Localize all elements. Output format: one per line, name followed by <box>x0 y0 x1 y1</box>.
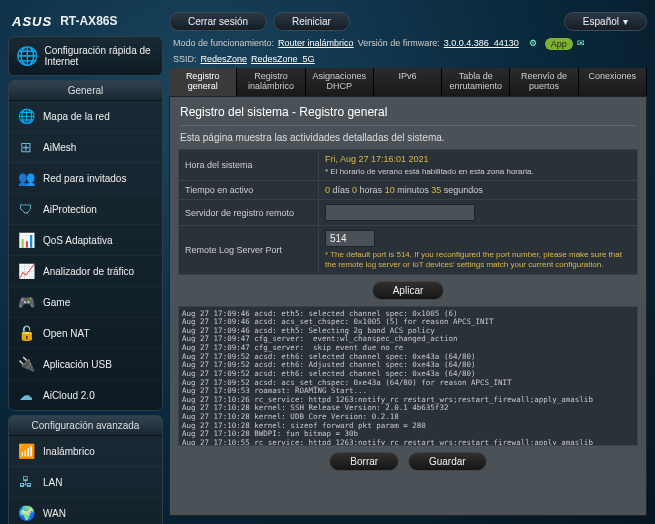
sidebar-item-label: AiMesh <box>43 142 76 153</box>
clear-button[interactable]: Borrar <box>329 452 399 471</box>
sidebar-item-qis[interactable]: 🌐 Configuración rápida de Internet <box>9 37 162 75</box>
menu-icon: 🖧 <box>15 471 37 493</box>
sidebar-item[interactable]: 📶Inalámbrico <box>9 436 162 466</box>
tab[interactable]: Registro general <box>169 68 237 96</box>
globe-icon: 🌐 <box>15 41 38 71</box>
reboot-button[interactable]: Reiniciar <box>273 12 350 31</box>
language-selector[interactable]: Español ▾ <box>564 12 647 31</box>
app-badge[interactable]: App <box>545 38 573 50</box>
tab[interactable]: IPv6 <box>374 68 442 96</box>
system-log-textarea[interactable]: Aug 27 17:09:46 acsd: eth5: selected cha… <box>178 306 638 446</box>
apply-button[interactable]: Aplicar <box>372 281 445 300</box>
mail-icon[interactable]: ✉ <box>577 38 585 50</box>
sidebar-item-label: AiProtection <box>43 204 97 215</box>
op-mode-value[interactable]: Router inalámbrico <box>278 38 354 50</box>
sidebar-item-label: Game <box>43 297 70 308</box>
remote-log-server-label: Servidor de registro remoto <box>179 200 319 226</box>
tab[interactable]: Reenvío de puertos <box>510 68 578 96</box>
sidebar-item-label: Red para invitados <box>43 173 126 184</box>
brand-logo: ASUS <box>12 14 52 29</box>
menu-icon: 🌐 <box>15 105 37 127</box>
sidebar-item-label: AiCloud 2.0 <box>43 390 95 401</box>
logout-button[interactable]: Cerrar sesión <box>169 12 267 31</box>
uptime-label: Tiempo en activo <box>179 181 319 200</box>
sidebar-item[interactable]: 👥Red para invitados <box>9 162 162 193</box>
brand-area: ASUS RT-AX86S <box>8 8 163 34</box>
system-time-value: Fri, Aug 27 17:16:01 2021 <box>325 154 429 164</box>
save-button[interactable]: Guardar <box>408 452 487 471</box>
tab[interactable]: Asignaciones DHCP <box>306 68 374 96</box>
tab[interactable]: Conexiones <box>579 68 647 96</box>
sidebar-item[interactable]: 🖧LAN <box>9 466 162 497</box>
sidebar-header-general: General <box>9 81 162 101</box>
sidebar-item-label: QoS Adaptativa <box>43 235 113 246</box>
dst-hint: * El horario de verano está habilitado e… <box>325 167 631 177</box>
sidebar-item-label: LAN <box>43 477 62 488</box>
sidebar-item[interactable]: 🎮Game <box>9 286 162 317</box>
ssid-2[interactable]: RedesZone_5G <box>251 54 315 64</box>
menu-icon: 🎮 <box>15 291 37 313</box>
menu-icon: 📊 <box>15 229 37 251</box>
menu-icon: 📶 <box>15 440 37 462</box>
chevron-down-icon: ▾ <box>623 16 628 27</box>
sidebar-item[interactable]: ⊞AiMesh <box>9 131 162 162</box>
menu-icon: 🛡 <box>15 198 37 220</box>
page-desc: Esta página muestra las actividades deta… <box>170 132 646 149</box>
sidebar-item-label: Configuración rápida de Internet <box>44 45 156 67</box>
language-label: Español <box>583 16 619 27</box>
tab-bar: Registro generalRegistro inalámbricoAsig… <box>169 68 647 96</box>
sidebar-item[interactable]: 📊QoS Adaptativa <box>9 224 162 255</box>
port-hint: * The default port is 514. If you reconf… <box>325 250 631 269</box>
remote-log-server-input[interactable] <box>325 204 475 221</box>
menu-icon: 🌍 <box>15 502 37 524</box>
sidebar-item[interactable]: 🔌Aplicación USB <box>9 348 162 379</box>
menu-icon: ⊞ <box>15 136 37 158</box>
ssid-label: SSID: <box>173 54 197 64</box>
op-mode-label: Modo de funcionamiento: <box>173 38 274 50</box>
tab[interactable]: Tabla de enrutamiento <box>442 68 510 96</box>
remote-log-port-label: Remote Log Server Port <box>179 226 319 274</box>
sidebar-item[interactable]: 🌐Mapa de la red <box>9 101 162 131</box>
menu-icon: 📈 <box>15 260 37 282</box>
menu-icon: 🔌 <box>15 353 37 375</box>
sidebar-item[interactable]: ☁AiCloud 2.0 <box>9 379 162 410</box>
model-name: RT-AX86S <box>60 14 117 28</box>
sidebar-item[interactable]: 🛡AiProtection <box>9 193 162 224</box>
ssid-1[interactable]: RedesZone <box>201 54 248 64</box>
sidebar-item[interactable]: 🔓Open NAT <box>9 317 162 348</box>
sidebar-item-label: Analizador de tráfico <box>43 266 134 277</box>
menu-icon: ☁ <box>15 384 37 406</box>
menu-icon: 🔓 <box>15 322 37 344</box>
sidebar-item-label: Mapa de la red <box>43 111 110 122</box>
tab[interactable]: Registro inalámbrico <box>237 68 305 96</box>
sidebar-item-label: Aplicación USB <box>43 359 112 370</box>
system-time-label: Hora del sistema <box>179 149 319 181</box>
page-title: Registro del sistema - Registro general <box>170 97 646 121</box>
sidebar-item-label: Inalámbrico <box>43 446 95 457</box>
remote-log-port-input[interactable] <box>325 230 375 247</box>
settings-icon[interactable]: ⚙ <box>529 38 537 50</box>
sidebar-item-label: Open NAT <box>43 328 90 339</box>
sidebar-item[interactable]: 📈Analizador de tráfico <box>9 255 162 286</box>
uptime-value: 0 días 0 horas 10 minutos 35 segundos <box>319 181 638 200</box>
fw-label: Versión de firmware: <box>358 38 440 50</box>
sidebar-item[interactable]: 🌍WAN <box>9 497 162 524</box>
sidebar-header-advanced: Configuración avanzada <box>9 416 162 436</box>
fw-value[interactable]: 3.0.0.4.386_44130 <box>444 38 519 50</box>
menu-icon: 👥 <box>15 167 37 189</box>
sidebar-item-label: WAN <box>43 508 66 519</box>
